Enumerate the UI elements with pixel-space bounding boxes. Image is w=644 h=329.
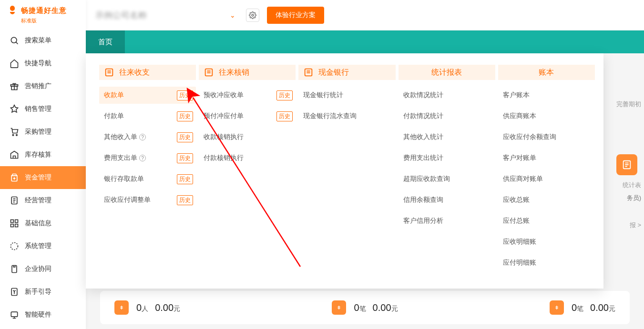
org-selector[interactable]: 示例公司名称 bbox=[95, 10, 219, 21]
settings-icon bbox=[10, 241, 19, 251]
mega-item[interactable]: 预付冲应付单历史 bbox=[199, 108, 296, 125]
mega-item[interactable]: 收款核销执行 bbox=[199, 129, 296, 146]
mega-item[interactable]: 客户账本 bbox=[498, 87, 595, 104]
tab-home[interactable]: 首页 bbox=[86, 30, 125, 53]
chevron-down-icon[interactable]: ⌄ bbox=[227, 11, 238, 19]
floating-report-icon[interactable] bbox=[616, 154, 637, 175]
history-tag[interactable]: 历史 bbox=[177, 195, 193, 205]
sidebar-item-label: 搜索菜单 bbox=[25, 36, 51, 45]
mega-item-label: 其他收入统计 bbox=[403, 133, 443, 141]
sidebar-item-doc[interactable]: 经营管理 bbox=[0, 189, 86, 212]
mega-item[interactable]: 其他收入统计 bbox=[399, 129, 495, 146]
sidebar-item-device[interactable]: 智能硬件 bbox=[0, 303, 86, 326]
mega-item[interactable]: 现金银行统计 bbox=[298, 87, 395, 104]
gift-icon bbox=[10, 81, 19, 91]
history-tag[interactable]: 历史 bbox=[276, 90, 293, 100]
sale-icon bbox=[10, 104, 19, 114]
doc-icon bbox=[10, 196, 19, 205]
mega-item[interactable]: 付款情况统计 bbox=[399, 108, 495, 125]
mega-item[interactable]: 应付明细账 bbox=[498, 254, 595, 271]
mega-item[interactable]: 信用余额查询 bbox=[399, 191, 495, 209]
mega-item[interactable]: 应收明细账 bbox=[498, 233, 595, 250]
org-name: 示例公司名称 bbox=[95, 10, 147, 21]
sidebar-item-search[interactable]: 搜索菜单 bbox=[0, 29, 86, 52]
mega-item[interactable]: 供应商对账单 bbox=[498, 170, 595, 188]
hint-report-arrow[interactable]: 报 > bbox=[630, 221, 641, 229]
mega-list: 收款单历史付款单历史其他收入单?历史费用支出单?历史银行存取款单历史应收应付调整… bbox=[99, 87, 196, 209]
mega-item[interactable]: 应收应付余额查询 bbox=[498, 129, 595, 146]
mega-column-header: 账本 bbox=[498, 65, 595, 80]
stat-count: 0笔 bbox=[354, 302, 366, 313]
sidebar-item-cart[interactable]: 采购管理 bbox=[0, 120, 86, 143]
mega-column-header: 现金银行 bbox=[298, 65, 395, 80]
search-icon bbox=[10, 36, 19, 45]
stat-icon bbox=[550, 300, 564, 315]
tabbar: 首页 bbox=[86, 30, 644, 53]
mega-item-label: 预收冲应收单 bbox=[204, 91, 244, 100]
mega-item[interactable]: 其他收入单?历史 bbox=[99, 129, 196, 146]
mega-item[interactable]: 收款单历史 bbox=[99, 87, 196, 104]
mega-item-label: 付款核销执行 bbox=[204, 154, 244, 162]
mega-item[interactable]: 付款核销执行 bbox=[199, 150, 296, 167]
mega-item[interactable]: 银行存取款单历史 bbox=[99, 170, 196, 188]
industry-plan-button[interactable]: 体验行业方案 bbox=[267, 7, 324, 24]
sidebar-item-warehouse[interactable]: 库存核算 bbox=[0, 143, 86, 166]
mega-item-label: 费用支出统计 bbox=[403, 154, 443, 162]
history-tag[interactable]: 历史 bbox=[177, 90, 193, 100]
sidebar-item-guide[interactable]: 新手引导 bbox=[0, 280, 86, 303]
grid-icon bbox=[10, 219, 19, 228]
svg-rect-7 bbox=[15, 220, 18, 223]
mega-item[interactable]: 供应商账本 bbox=[498, 108, 595, 125]
mega-item-label: 客户信用分析 bbox=[403, 217, 443, 225]
mega-item[interactable]: 应收总账 bbox=[498, 191, 595, 209]
sidebar-item-label: 资金管理 bbox=[25, 173, 51, 182]
history-tag[interactable]: 历史 bbox=[177, 111, 193, 121]
mega-item[interactable]: 应付总账 bbox=[498, 212, 595, 229]
history-tag[interactable]: 历史 bbox=[177, 132, 193, 142]
topbar: 示例公司名称 ⌄ 体验行业方案 bbox=[86, 0, 644, 30]
history-tag[interactable]: 历史 bbox=[177, 153, 193, 163]
mega-item[interactable]: 费用支出单?历史 bbox=[99, 150, 196, 167]
sidebar-item-label: 新手引导 bbox=[25, 288, 51, 296]
mega-column: 统计报表收款情况统计付款情况统计其他收入统计费用支出统计超期应收款查询信用余额查… bbox=[399, 65, 495, 274]
mega-item-label: 应付明细账 bbox=[503, 259, 536, 267]
stat-count: 0笔 bbox=[572, 302, 583, 313]
hint-salesperson: 务员) bbox=[627, 194, 641, 202]
stat-count: 0人 bbox=[136, 302, 148, 313]
help-icon[interactable]: ? bbox=[139, 155, 146, 161]
brand-block: 畅捷通好生意 标准版 bbox=[0, 0, 86, 27]
history-tag[interactable]: 历史 bbox=[177, 174, 193, 184]
gear-icon[interactable] bbox=[246, 9, 259, 22]
mega-item[interactable]: 费用支出统计 bbox=[399, 150, 495, 167]
mega-item-label: 应收明细账 bbox=[503, 238, 536, 246]
sidebar-item-sale[interactable]: 销售管理 bbox=[0, 98, 86, 120]
home-icon bbox=[10, 59, 19, 68]
stat-icon bbox=[114, 300, 129, 315]
mega-item[interactable]: 预收冲应收单历史 bbox=[199, 87, 296, 104]
mega-item[interactable]: 收款情况统计 bbox=[399, 87, 495, 104]
column-title: 往来收支 bbox=[119, 68, 150, 78]
mega-item-label: 现金银行流水查询 bbox=[303, 112, 357, 120]
sidebar-item-gift[interactable]: 营销推广 bbox=[0, 75, 86, 98]
sidebar-item-grid[interactable]: 基础信息 bbox=[0, 212, 86, 235]
mega-item[interactable]: 客户对账单 bbox=[498, 150, 595, 167]
svg-rect-6 bbox=[11, 220, 14, 223]
help-icon[interactable]: ? bbox=[139, 134, 146, 140]
mega-item[interactable]: 超期应收款查询 bbox=[399, 170, 495, 188]
mega-list: 现金银行统计现金银行流水查询 bbox=[298, 87, 395, 125]
mega-item[interactable]: 现金银行流水查询 bbox=[298, 108, 395, 125]
sidebar-item-fund[interactable]: 资金管理 bbox=[0, 166, 86, 189]
mega-item[interactable]: 应收应付调整单历史 bbox=[99, 191, 196, 209]
history-tag[interactable]: 历史 bbox=[276, 111, 293, 121]
mega-item-label: 付款单 bbox=[104, 112, 124, 120]
mega-item[interactable]: 付款单历史 bbox=[99, 108, 196, 125]
mega-column: 往来收支收款单历史付款单历史其他收入单?历史费用支出单?历史银行存取款单历史应收… bbox=[99, 65, 196, 274]
stat-row: 0人0.00元0笔0.00元0笔0.00元 bbox=[100, 291, 630, 324]
svg-point-14 bbox=[252, 14, 254, 16]
sidebar-item-home[interactable]: 快捷导航 bbox=[0, 52, 86, 75]
sidebar-item-collab[interactable]: 企业协同 bbox=[0, 258, 86, 280]
sidebar-item-label: 采购管理 bbox=[25, 128, 51, 136]
mega-item[interactable]: 客户信用分析 bbox=[399, 212, 495, 229]
mega-column: 往来核销预收冲应收单历史预付冲应付单历史收款核销执行付款核销执行 bbox=[199, 65, 296, 274]
sidebar-item-settings[interactable]: 系统管理 bbox=[0, 235, 86, 258]
